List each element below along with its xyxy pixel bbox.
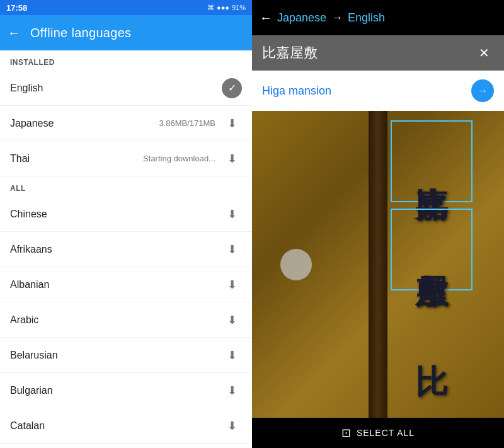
original-text-box: 比嘉屋敷 ✕ (252, 35, 504, 71)
language-item-chinese[interactable]: Chinese ⬇ (0, 197, 252, 232)
download-icon: ⬇ (222, 239, 242, 260)
language-name: Belarusian (10, 350, 58, 361)
language-item-english[interactable]: English ✓ (0, 71, 252, 106)
time-display: 17:58 (6, 3, 27, 13)
language-name: Thai (10, 153, 30, 164)
close-button[interactable]: ✕ (474, 43, 494, 63)
language-name: Bulgarian (10, 385, 53, 396)
download-size: 3.86MB/171MB (159, 118, 215, 128)
status-icons: ⌘ ●●● 91% (207, 4, 246, 12)
kanji-detection-bot: 比 (391, 300, 472, 376)
downloaded-icon: ✓ (222, 78, 242, 98)
select-all-icon: ⊡ (341, 426, 352, 440)
download-icon: ⬇ (222, 149, 242, 169)
target-language[interactable]: English (348, 11, 385, 25)
select-all-label[interactable]: SELECT ALL (357, 428, 415, 438)
go-button[interactable]: → (471, 79, 494, 102)
signal-icon: ●●● (217, 4, 229, 11)
language-name: Catalan (10, 420, 45, 432)
camera-strip (369, 111, 387, 418)
download-label: Starting download... (143, 154, 215, 163)
language-item-japanese[interactable]: Japanese 3.86MB/171MB ⬇ (0, 106, 252, 141)
language-item-arabic[interactable]: Arabic ⬇ (0, 302, 252, 338)
language-name: Arabic (10, 314, 38, 326)
download-progress: 3.86MB/171MB ⬇ (159, 113, 242, 134)
camera-background: 比嘉 屋敷 比 (252, 111, 504, 418)
app-toolbar: ← Offline languages (0, 15, 252, 50)
camera-circle-button[interactable] (280, 249, 312, 280)
download-icon: ⬇ (222, 345, 242, 365)
language-item-belarusian[interactable]: Belarusian ⬇ (0, 338, 252, 373)
translated-text: Higa mansion (262, 84, 331, 98)
right-panel: ← Japanese → English 比嘉屋敷 ✕ Higa mansion… (252, 0, 504, 448)
language-name: English (10, 83, 43, 94)
back-button[interactable]: ← (8, 26, 20, 40)
bottom-bar: ⊡ SELECT ALL (252, 418, 504, 448)
kanji-detection-mid: 屋敷 (391, 209, 472, 290)
download-icon: ⬇ (222, 204, 242, 224)
language-item-albanian[interactable]: Albanian ⬇ (0, 267, 252, 302)
translation-result-box: Higa mansion → (252, 71, 504, 111)
download-icon: ⬇ (222, 381, 242, 401)
language-name: Afrikaans (10, 244, 52, 255)
wifi-icon: ⌘ (207, 4, 214, 12)
installed-section-header: INSTALLED (0, 50, 252, 71)
all-section-header: ALL (0, 176, 252, 197)
language-name: Japanese (10, 118, 54, 129)
original-text: 比嘉屋敷 (262, 43, 318, 62)
battery-level: 91% (232, 4, 246, 11)
download-icon: ⬇ (222, 416, 242, 436)
kanji-detection-top: 比嘉 (391, 120, 472, 202)
arrow-icon: → (331, 11, 343, 25)
source-language[interactable]: Japanese (277, 11, 326, 25)
download-icon: ⬇ (222, 113, 242, 134)
status-bar: 17:58 ⌘ ●●● 91% (0, 0, 252, 15)
language-item-afrikaans[interactable]: Afrikaans ⬇ (0, 232, 252, 267)
camera-view: 比嘉 屋敷 比 (252, 111, 504, 418)
language-item-catalan[interactable]: Catalan ⬇ (0, 408, 252, 444)
translation-toolbar: ← Japanese → English (252, 0, 504, 35)
left-panel: 17:58 ⌘ ●●● 91% ← Offline languages INST… (0, 0, 252, 448)
language-name: Chinese (10, 209, 47, 220)
language-item-bulgarian[interactable]: Bulgarian ⬇ (0, 373, 252, 408)
download-icon: ⬇ (222, 275, 242, 295)
back-button[interactable]: ← (260, 11, 272, 25)
page-title: Offline languages (30, 26, 131, 40)
language-item-thai[interactable]: Thai Starting download... ⬇ (0, 141, 252, 176)
download-status: Starting download... ⬇ (143, 149, 242, 169)
download-icon: ⬇ (222, 310, 242, 330)
language-name: Albanian (10, 279, 49, 290)
